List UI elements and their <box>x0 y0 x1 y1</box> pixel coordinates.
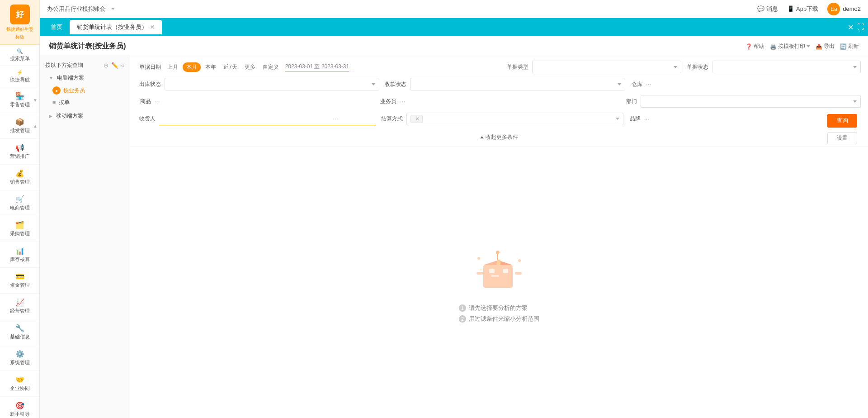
setting-button[interactable]: 设置 <box>827 132 857 144</box>
tab-close-icon[interactable]: ✕ <box>150 24 155 30</box>
date-last-month[interactable]: 上月 <box>165 62 181 72</box>
search-menu-label: 搜索菜单 <box>10 55 30 62</box>
by-order-label[interactable]: 按单 <box>59 99 70 106</box>
tab-sales-stat[interactable]: 销货单统计表（按业务员） ✕ <box>70 20 162 34</box>
svg-rect-2 <box>489 269 495 273</box>
tree-arrow-mobile: ▶ <box>49 114 52 119</box>
tab-expand-icon[interactable]: ⛶ <box>857 23 864 31</box>
help-button[interactable]: ❓ 帮助 <box>745 43 764 50</box>
logo-text: 畅捷通好生意 <box>6 26 33 32</box>
date-label: 单据日期 <box>137 63 161 71</box>
settle-dropdown-icon <box>616 118 619 120</box>
sidebar-item-finance[interactable]: 💳 资金管理 <box>0 268 39 294</box>
tab-home[interactable]: 首页 <box>43 20 70 34</box>
shipment-select[interactable] <box>165 78 379 90</box>
sidebar-item-newuser-label: 新手引导 <box>10 411 30 418</box>
content-body: 按以下方案查询 ⊕ ✏️ « ▼ 电脑端方案 ● 按业务员 <box>40 55 868 418</box>
sidebar-item-wholesale-label: 批发管理 <box>10 127 30 134</box>
warehouse-dots[interactable]: ··· <box>646 81 651 88</box>
hint-text-1: 请先选择要分析的方案 <box>469 304 528 312</box>
enterprise-icon: 🤝 <box>15 375 24 384</box>
type-label: 单据类型 <box>505 63 528 71</box>
sidebar: 好 畅捷通好生意 标版 🔍 搜索菜单 ⚡ 快捷导航 🏪 零售管理 ▼ 📦 批发管… <box>0 0 40 418</box>
empty-state: 1 请先选择要分析的方案 2 用过滤条件来缩小分析范围 <box>130 147 868 418</box>
help-icon: ❓ <box>745 43 752 50</box>
sidebar-search-section: 🔍 搜索菜单 <box>0 45 39 66</box>
sidebar-item-basic[interactable]: 🔧 基础信息 <box>0 319 39 345</box>
export-button[interactable]: 📤 导出 <box>816 43 835 50</box>
sidebar-item-marketing[interactable]: 📢 营销推广 <box>0 139 39 165</box>
quicknav-icon: ⚡ <box>17 70 23 76</box>
type-select[interactable] <box>532 61 681 73</box>
sidebar-item-sales-label: 销售管理 <box>10 179 30 185</box>
collapse-panel-button[interactable]: « <box>121 62 124 69</box>
retail-arrow: ▼ <box>33 98 38 103</box>
settle-tag-close[interactable]: ✕ <box>415 116 420 122</box>
sidebar-item-ecommerce-label: 电商管理 <box>10 204 30 211</box>
sidebar-item-ecommerce[interactable]: 🛒 电商管理 <box>0 190 39 216</box>
topbar-dropdown[interactable] <box>111 8 115 10</box>
empty-hints: 1 请先选择要分析的方案 2 用过滤条件来缩小分析范围 <box>459 304 539 323</box>
sidebar-menu: 🏪 零售管理 ▼ 📦 批发管理 ▲ 📢 营销推广 💰 销售管理 🛒 电商管理 🗂… <box>0 87 39 418</box>
query-button[interactable]: 查询 <box>827 114 857 128</box>
add-scheme-button[interactable]: ⊕ <box>104 62 108 69</box>
edit-scheme-button[interactable]: ✏️ <box>111 62 118 69</box>
export-label: 导出 <box>824 43 835 50</box>
finance-icon: 💳 <box>15 272 24 281</box>
status-label: 单据状态 <box>685 63 708 71</box>
sidebar-item-enterprise-label: 企业协同 <box>10 385 30 392</box>
tab-sales-stat-label: 销货单统计表（按业务员） <box>77 23 147 31</box>
main-area: 办公用品行业模拟账套 💬 消息 📱 App下载 Ea demo2 首页 <box>40 0 868 418</box>
brand-dots[interactable]: ··· <box>644 115 650 123</box>
sidebar-item-wholesale[interactable]: 📦 批发管理 ▲ <box>0 113 39 139</box>
left-panel-title: 按以下方案查询 <box>45 62 83 69</box>
hint-num-2: 2 <box>459 315 466 323</box>
tab-home-label: 首页 <box>51 23 62 31</box>
date-this-month[interactable]: 本月 <box>183 62 201 72</box>
sidebar-item-inventory[interactable]: 📊 库存核算 <box>0 242 39 268</box>
search-menu-button[interactable]: 🔍 搜索菜单 <box>10 48 30 62</box>
warehouse-label: 仓库 <box>629 81 642 88</box>
tab-close-all-icon[interactable]: ✕ <box>848 23 854 32</box>
settle-select[interactable]: ✕ <box>406 113 623 125</box>
tree-item-mobile[interactable]: ▶ 移动端方案 <box>40 110 130 122</box>
date-custom[interactable]: 自定义 <box>260 62 282 72</box>
collapse-button[interactable]: 收起更多条件 <box>480 133 518 141</box>
tree-desktop-label: 电脑端方案 <box>57 74 84 82</box>
system-icon: ⚙️ <box>15 350 24 358</box>
payment-select[interactable] <box>410 78 625 90</box>
refresh-button[interactable]: 🔄 刷新 <box>840 43 859 50</box>
sidebar-item-retail[interactable]: 🏪 零售管理 ▼ <box>0 87 39 113</box>
message-button[interactable]: 💬 消息 <box>757 5 778 13</box>
status-select[interactable] <box>712 61 861 73</box>
user-menu[interactable]: Ea demo2 <box>827 3 861 15</box>
receiver-dots[interactable]: ··· <box>333 115 338 122</box>
dept-select[interactable] <box>641 95 861 108</box>
tree-item-desktop[interactable]: ▼ 电脑端方案 <box>40 72 130 84</box>
hint-text-2: 用过滤条件来缩小分析范围 <box>469 315 539 323</box>
receiver-input[interactable] <box>159 112 331 125</box>
date-more[interactable]: 更多 <box>242 62 258 72</box>
sidebar-item-newuser[interactable]: 🎯 新手引导 <box>0 397 39 418</box>
status-dropdown-icon <box>853 66 857 68</box>
svg-rect-3 <box>503 269 508 273</box>
goods-dots[interactable]: ··· <box>155 98 160 105</box>
empty-hint-1: 1 请先选择要分析的方案 <box>459 304 539 312</box>
tree-item-by-salesman[interactable]: ● 按业务员 <box>49 84 130 97</box>
date-7days[interactable]: 近7天 <box>221 62 240 72</box>
sidebar-item-sales[interactable]: 💰 销售管理 <box>0 165 39 190</box>
app-download-button[interactable]: 📱 App下载 <box>787 5 818 13</box>
sidebar-item-purchase[interactable]: 🗂️ 采购管理 <box>0 216 39 242</box>
sidebar-item-operation[interactable]: 📈 经营管理 <box>0 294 39 319</box>
print-button[interactable]: 🖨️ 按模板打印 <box>770 43 810 50</box>
avatar-text: Ea <box>830 6 837 12</box>
salesman-dots[interactable]: ··· <box>400 98 406 105</box>
date-this-year[interactable]: 本年 <box>203 62 219 72</box>
sidebar-item-system[interactable]: ⚙️ 系统管理 <box>0 345 39 371</box>
tabbar-icons: ✕ ⛶ <box>848 23 864 32</box>
svg-rect-8 <box>476 272 483 275</box>
filter-area: 单据日期 上月 本月 本年 近7天 更多 自定义 2023-03-01 至 20… <box>130 55 868 147</box>
salesman-label: 业务员 <box>378 98 396 105</box>
quicknav-button[interactable]: ⚡ 快捷导航 <box>10 70 30 83</box>
sidebar-item-enterprise[interactable]: 🤝 企业协同 <box>0 371 39 397</box>
